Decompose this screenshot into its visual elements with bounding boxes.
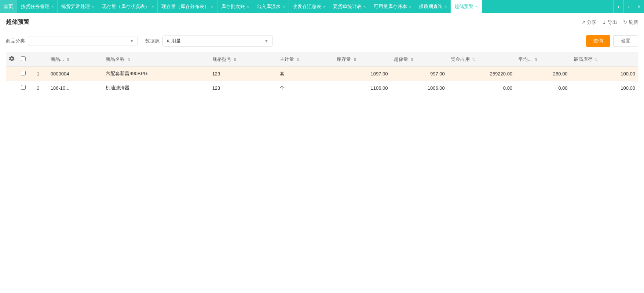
row-product-name: 六配套新昌490BPG <box>103 67 209 81</box>
nav-prev-button[interactable]: ‹ <box>613 0 623 13</box>
main-unit-label: 主计量 <box>280 56 294 62</box>
close-icon[interactable]: × <box>151 4 154 9</box>
export-button[interactable]: ⤓ 导出 <box>602 19 617 26</box>
close-icon[interactable]: × <box>363 4 366 9</box>
row-main-unit: 套 <box>277 67 334 81</box>
filter-actions: 查询 设置 <box>586 35 638 47</box>
gear-icon[interactable] <box>9 56 15 62</box>
row-spec: 123 <box>209 81 277 95</box>
sort-icon: ⇅ <box>595 58 598 62</box>
close-icon[interactable]: × <box>211 4 213 9</box>
row-product-code: 186-10... <box>48 81 103 95</box>
row-number: 2 <box>29 81 48 95</box>
query-button[interactable]: 查询 <box>586 35 610 47</box>
capital-occ-column-header[interactable]: 资金占用 ⇅ <box>448 52 515 67</box>
checkbox-column-header <box>18 52 29 67</box>
table-body: 1 0000004 六配套新昌490BPG 123 套 1097.00 997.… <box>6 67 638 95</box>
sort-icon: ⇅ <box>297 58 300 62</box>
sort-icon: ⇅ <box>127 58 130 62</box>
spec-label: 规格型号 <box>212 56 231 62</box>
nav-item-inout-flow[interactable]: 出入库流水 × <box>253 0 289 13</box>
share-icon: ↗ <box>581 19 585 25</box>
nav-item-collect-summary[interactable]: 收发存汇总表 × <box>289 0 329 13</box>
over-storage-label: 超储量 <box>394 56 408 62</box>
filter-data-source: 数据源 可用量 ▼ <box>145 36 272 47</box>
row-max-inventory: 100.00 <box>571 67 638 81</box>
row-gear-cell <box>6 81 18 95</box>
table-row: 1 0000004 六配套新昌490BPG 123 套 1097.00 997.… <box>6 67 638 81</box>
nav-arrows: ‹ › × <box>613 0 644 13</box>
row-number: 1 <box>29 67 48 81</box>
chevron-down-icon: ▼ <box>264 39 268 43</box>
data-source-label: 数据源 <box>145 38 160 44</box>
rownum-column-header <box>29 52 48 67</box>
select-all-checkbox[interactable] <box>21 56 26 61</box>
close-icon[interactable]: × <box>282 4 285 9</box>
nav-item-over-storage[interactable]: 超储预警 × <box>451 0 482 13</box>
row-over-storage: 1006.00 <box>391 81 448 95</box>
data-source-select[interactable]: 可用量 ▼ <box>162 36 272 47</box>
spec-column-header[interactable]: 规格型号 ⇅ <box>209 52 277 67</box>
row-capital-occ: 0.00 <box>448 81 515 95</box>
sort-icon: ⇅ <box>534 58 537 62</box>
row-product-code: 0000004 <box>48 67 103 81</box>
data-source-value: 可用量 <box>167 38 262 44</box>
close-icon[interactable]: × <box>444 4 447 9</box>
max-inventory-label: 最高库存 <box>574 56 593 62</box>
max-inventory-column-header[interactable]: 最高库存 ⇅ <box>571 52 638 67</box>
close-icon[interactable]: × <box>51 4 54 9</box>
chevron-down-icon: ▼ <box>130 39 134 43</box>
product-category-label: 商品分类 <box>6 38 25 44</box>
inventory-label: 库存量 <box>337 56 351 62</box>
nav-item-task-mgmt[interactable]: 拣货任务管理 × <box>17 0 58 13</box>
refresh-button[interactable]: ↻ 刷新 <box>623 19 638 26</box>
row-spec: 123 <box>209 67 277 81</box>
row-main-unit: 个 <box>277 81 334 95</box>
export-icon: ⤓ <box>602 19 606 25</box>
row-checkbox[interactable] <box>21 71 26 75</box>
inventory-column-header[interactable]: 库存量 ⇅ <box>334 52 391 67</box>
data-table: 商品... ⇅ 商品名称 ⇅ 规格型号 ⇅ 主计量 ⇅ <box>6 52 638 95</box>
gear-column-header <box>6 52 18 67</box>
sort-icon: ⇅ <box>234 58 237 62</box>
row-inventory: 1106.00 <box>334 81 391 95</box>
refresh-icon: ↻ <box>623 19 627 25</box>
over-storage-column-header[interactable]: 超储量 ⇅ <box>391 52 448 67</box>
nav-item-order-stats[interactable]: 要货单统计表 × <box>329 0 370 13</box>
main-unit-column-header[interactable]: 主计量 ⇅ <box>277 52 334 67</box>
close-icon[interactable]: × <box>409 4 411 9</box>
nav-item-inventory-status[interactable]: 现存量（库存状况表） × <box>98 0 158 13</box>
nav-item-inventory-dist[interactable]: 现存量（库存分布表） × <box>158 0 217 13</box>
row-product-name: 机油滤清器 <box>103 81 209 95</box>
header-actions: ↗ 分享 ⤓ 导出 ↻ 刷新 <box>581 19 638 26</box>
sort-icon: ⇅ <box>66 58 69 62</box>
row-capital-occ: 259220.00 <box>448 67 515 81</box>
close-icon[interactable]: × <box>323 4 325 9</box>
settings-button[interactable]: 设置 <box>613 35 638 47</box>
row-gear-cell <box>6 67 18 81</box>
nav-item-available-account[interactable]: 可用量库存账本 × <box>370 0 415 13</box>
avg-column-header[interactable]: 平均... ⇅ <box>515 52 570 67</box>
nav-item-batch-account[interactable]: 库存批次账 × <box>217 0 253 13</box>
nav-item-home[interactable]: 首页 <box>0 0 17 13</box>
nav-item-quality-check[interactable]: 保质期查询 × <box>415 0 451 13</box>
sort-icon: ⇅ <box>472 58 475 62</box>
product-code-column-header[interactable]: 商品... ⇅ <box>48 52 103 67</box>
share-button[interactable]: ↗ 分享 <box>581 19 596 26</box>
nav-item-abnormal[interactable]: 拣货异常处理 × <box>58 0 98 13</box>
product-code-label: 商品... <box>51 56 64 62</box>
close-icon[interactable]: × <box>92 4 94 9</box>
product-name-label: 商品名称 <box>106 56 125 62</box>
close-icon[interactable]: × <box>247 4 249 9</box>
filter-product-category: 商品分类 ▼ <box>6 37 138 45</box>
page-header: 超储预警 ↗ 分享 ⤓ 导出 ↻ 刷新 <box>0 13 644 30</box>
nav-more-button[interactable]: × <box>634 0 644 13</box>
product-category-select[interactable]: ▼ <box>28 37 138 45</box>
nav-next-button[interactable]: › <box>623 0 634 13</box>
sort-icon: ⇅ <box>354 58 356 62</box>
row-inventory: 1097.00 <box>334 67 391 81</box>
row-avg: 0.00 <box>515 81 570 95</box>
row-checkbox[interactable] <box>21 85 26 90</box>
product-name-column-header[interactable]: 商品名称 ⇅ <box>103 52 209 67</box>
close-icon[interactable]: × <box>475 4 477 9</box>
